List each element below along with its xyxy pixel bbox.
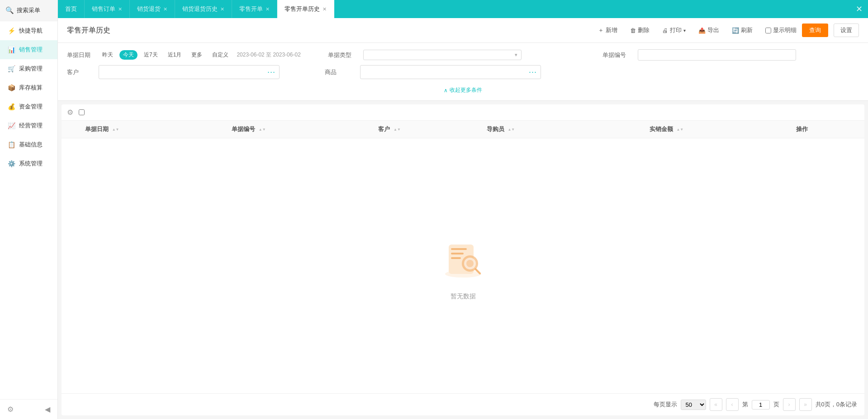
date-btn-1month[interactable]: 近1月 [164,50,185,60]
th-amount[interactable]: 实销金额 ▲▼ [644,121,791,138]
tab-sales-return-label: 销货退货 [137,5,161,13]
tab-sales-order[interactable]: 销售订单 ✕ [85,0,130,18]
inventory-icon: 📦 [7,84,15,92]
page-prev-btn[interactable]: ‹ [726,398,739,411]
sidebar-item-system[interactable]: ⚙️ 系统管理 [0,154,57,173]
refresh-button[interactable]: 🔄 刷新 [728,24,756,36]
sidebar-item-inventory[interactable]: 📦 库存核算 [0,78,57,97]
svg-rect-3 [451,253,464,254]
table-settings-icon[interactable]: ⚙ [67,108,73,117]
window-close-btn[interactable]: ✕ [856,5,863,13]
data-table: 单据日期 ▲▼ 单据编号 ▲▼ 客户 ▲▼ 导购员 [62,121,864,138]
tab-home[interactable]: 首页 [58,0,85,18]
display-setting-label: 显示明细 [773,26,797,34]
sidebar-settings-btn[interactable]: ⚙ [7,405,14,414]
tab-sales-return-close[interactable]: ✕ [163,7,167,12]
sidebar-item-label: 销售管理 [19,46,43,54]
select-all-checkbox[interactable] [79,109,85,115]
sidebar-item-finance[interactable]: 💰 资金管理 [0,97,57,116]
bill-type-select[interactable]: ▾ [363,50,522,60]
delete-label: 删除 [638,26,650,34]
tab-sales-order-close[interactable]: ✕ [118,7,122,12]
sidebar-search-label: 搜索采单 [17,6,40,14]
tab-retail-open-close[interactable]: ✕ [266,7,270,12]
tab-sales-return[interactable]: 销货退货 ✕ [130,0,175,18]
quick-nav-icon: ⚡ [7,27,15,35]
sidebar-search[interactable]: 🔍 搜索采单 [0,0,57,21]
filter-area: 单据日期 昨天 今天 近7天 近1月 更多 自定义 2023-06-02 至 2… [58,43,868,101]
tab-retail-open-history[interactable]: 零售开单历史 ✕ [277,0,334,18]
tab-retail-open[interactable]: 零售开单 ✕ [232,0,277,18]
table-toolbar: ⚙ [62,104,864,121]
collapse-icon: ∧ [444,87,448,94]
sidebar-item-label: 系统管理 [19,160,43,168]
display-setting[interactable]: 显示明细 [765,26,797,34]
date-btn-today[interactable]: 今天 [119,50,138,60]
th-date[interactable]: 单据日期 ▲▼ [80,121,226,138]
page-size-select[interactable]: 50 100 200 [681,400,706,410]
tab-sales-return-history-close[interactable]: ✕ [220,7,224,12]
export-icon: 📤 [698,27,706,34]
sidebar-collapse-btn[interactable]: ◀ [45,405,50,414]
tab-retail-open-history-label: 零售开单历史 [285,5,320,13]
sort-icon-amount: ▲▼ [676,128,683,132]
sidebar-menu: ⚡ 快捷导航 📊 销售管理 🛒 采购管理 📦 库存核算 💰 资金管理 📈 经营管… [0,21,57,399]
page-label: 第 [742,400,748,409]
sort-icon-customer: ▲▼ [394,128,401,132]
page-last-btn[interactable]: » [799,398,812,411]
bill-no-input[interactable] [638,49,796,61]
page-next-btn[interactable]: › [783,398,796,411]
svg-rect-2 [451,248,467,250]
bill-type-label: 单据类型 [328,51,360,59]
settings-button[interactable]: 设置 [834,24,859,37]
goods-select[interactable]: ··· [360,65,541,79]
operations-icon: 📈 [7,122,15,130]
display-setting-checkbox[interactable] [765,28,771,33]
tab-sales-return-history-label: 销货退货历史 [182,5,218,13]
tab-retail-open-history-close[interactable]: ✕ [323,7,327,12]
customer-select[interactable]: ··· [99,65,280,79]
date-btn-custom[interactable]: 自定义 [209,50,232,60]
collapse-bar[interactable]: ∧ 收起更多条件 [67,84,859,94]
content-area: 零售开单历史 ＋ 新增 🗑 删除 🖨 打印 ▾ 📤 导出 [58,18,868,419]
purchase-mgmt-icon: 🛒 [7,65,15,73]
date-btn-yesterday[interactable]: 昨天 [99,50,117,60]
table-header-row: 单据日期 ▲▼ 单据编号 ▲▼ 客户 ▲▼ 导购员 [62,121,864,138]
th-customer[interactable]: 客户 ▲▼ [373,121,481,138]
tab-retail-open-label: 零售开单 [239,5,263,13]
page-input[interactable] [752,400,770,410]
tab-sales-return-history[interactable]: 销货退货历史 ✕ [175,0,232,18]
th-no[interactable]: 单据编号 ▲▼ [226,121,373,138]
query-button[interactable]: 查询 [802,24,828,37]
date-btn-more[interactable]: 更多 [188,50,206,60]
sort-icon-no: ▲▼ [259,128,266,132]
th-guide[interactable]: 导购员 ▲▼ [481,121,609,138]
toolbar: ＋ 新增 🗑 删除 🖨 打印 ▾ 📤 导出 🔄 [594,24,859,37]
add-button[interactable]: ＋ 新增 [594,24,621,36]
sidebar-item-label: 快捷导航 [19,27,43,35]
tab-sales-order-label: 销售订单 [92,5,115,13]
customer-filter-label: 客户 [67,68,99,76]
export-button[interactable]: 📤 导出 [695,24,723,36]
print-button[interactable]: 🖨 打印 ▾ [659,24,689,36]
goods-ellipsis[interactable]: ··· [529,67,537,77]
sidebar-item-operations[interactable]: 📈 经营管理 [0,116,57,135]
sidebar-item-basic-info[interactable]: 📋 基础信息 [0,135,57,154]
sidebar-item-label: 资金管理 [19,103,43,111]
sidebar-item-label: 基础信息 [19,141,43,149]
delete-button[interactable]: 🗑 删除 [626,24,653,36]
sort-icon-guide: ▲▼ [508,128,515,132]
date-btn-7days[interactable]: 近7天 [140,50,161,60]
sidebar-item-quick-nav[interactable]: ⚡ 快捷导航 [0,21,57,40]
pagination: 每页显示 50 100 200 « ‹ 第 页 › » 共0页，0条记录 [62,393,864,415]
tab-bar-controls: ✕ [856,0,868,18]
date-filter-label: 单据日期 [67,51,99,59]
filter-row-2: 客户 ··· 商品 ··· [67,65,859,79]
sidebar-item-purchase-mgmt[interactable]: 🛒 采购管理 [0,59,57,78]
page-first-btn[interactable]: « [710,398,722,411]
date-filter-group: 昨天 今天 近7天 近1月 更多 自定义 2023-06-02 至 2023-0… [99,50,301,60]
sidebar-item-sales-mgmt[interactable]: 📊 销售管理 [0,40,57,59]
sidebar-item-label: 库存核算 [19,84,43,92]
customer-ellipsis[interactable]: ··· [267,67,275,77]
print-icon: 🖨 [662,27,668,34]
